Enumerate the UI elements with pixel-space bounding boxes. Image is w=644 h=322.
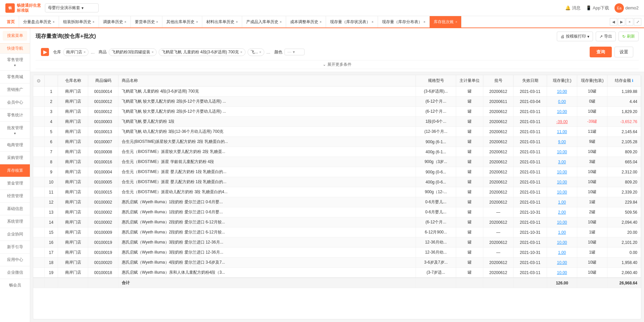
tab-kucunpicizh[interactable]: 库存批次账 ×	[430, 16, 462, 28]
sidebar-item-finance[interactable]: 资金管理	[0, 177, 30, 190]
row-batch: 20200612	[483, 187, 514, 197]
sidebar-item-collab[interactable]: 企业协同	[0, 228, 30, 240]
warehouse-more-btn[interactable]: ...	[91, 49, 95, 55]
remove-warehouse-tag[interactable]: ×	[84, 50, 86, 54]
remove-product-tag-2[interactable]: ×	[240, 50, 242, 54]
page-title-row: 现存量查询(按仓库+批次) 🖨 按模板打印 ▾ ↗ 导出 ↻ 刷新	[36, 32, 639, 41]
sidebar-item-marketing[interactable]: 营销推广	[0, 83, 30, 96]
close-icon[interactable]: ×	[53, 20, 55, 24]
close-icon[interactable]: ×	[280, 20, 282, 24]
close-icon[interactable]: ×	[236, 20, 238, 24]
sidebar-item-retail-stats[interactable]: 零售统计	[0, 109, 30, 121]
close-icon[interactable]: ×	[320, 20, 322, 24]
tab-chanpinruku[interactable]: 产成品入库单历史 ×	[242, 16, 286, 28]
search-menu-btn[interactable]: 搜索菜单	[3, 31, 27, 41]
nav-fullscreen[interactable]: ⤢	[634, 18, 641, 25]
close-icon[interactable]: ×	[124, 20, 126, 24]
row-qty-main[interactable]: 2.00	[547, 207, 577, 217]
sidebar-item-guide[interactable]: 新手引导	[0, 240, 30, 253]
close-icon[interactable]: ×	[196, 20, 198, 24]
nav-prev-arrow[interactable]: ◀	[610, 18, 617, 25]
row-qty-main[interactable]: 3.00	[547, 157, 577, 167]
sidebar-item-retail-mgmt[interactable]: 零售管理 ▼	[0, 53, 30, 70]
row-qty-main[interactable]: 10.00	[547, 107, 577, 117]
row-qty-main[interactable]: 1.00	[547, 197, 577, 207]
row-qty-main[interactable]: 10.00	[547, 217, 577, 227]
sidebar-item-member-center[interactable]: 会员中心	[0, 96, 30, 109]
col-settings-header[interactable]: ⚙	[33, 75, 45, 87]
nav-next-arrow[interactable]: ▶	[618, 18, 625, 25]
row-qty-main[interactable]: 10.00	[547, 187, 577, 197]
row-qty-main[interactable]: 1.00	[547, 227, 577, 237]
user-avatar[interactable]: Ea demo2	[614, 3, 639, 13]
app-download-btn[interactable]: 📱 App下载	[586, 5, 609, 11]
row-qty-main[interactable]: 9.00	[547, 137, 577, 147]
row-qty-pkg: 10罐	[577, 258, 607, 268]
product-filter-tag-3[interactable]: 飞... ×	[248, 48, 264, 56]
filter-expand-btn[interactable]: ▶	[41, 48, 49, 56]
row-qty-main[interactable]: 0.00	[547, 97, 577, 107]
close-icon[interactable]: ×	[156, 20, 158, 24]
tab-zuzhangchaijian[interactable]: 组装拆卸单历史 ×	[59, 16, 99, 28]
row-settings	[33, 147, 45, 157]
download-icon: 📱	[586, 5, 591, 10]
template-print-btn[interactable]: 🖨 按模板打印 ▾	[557, 32, 593, 41]
tab-fenliangpandian[interactable]: 分量盘点单历史 ×	[19, 16, 59, 28]
messages-btn[interactable]: 🔔 消息	[565, 5, 581, 11]
remove-product-tag-1[interactable]: ×	[152, 50, 154, 54]
sidebar-item-purchase[interactable]: 采购管理	[0, 151, 30, 164]
close-icon[interactable]: ×	[455, 20, 457, 24]
remove-product-tag-3[interactable]: ×	[259, 50, 261, 54]
nav-close-all[interactable]: ×	[626, 18, 633, 25]
sidebar-item-wholesale[interactable]: 批发管理 ▼	[0, 121, 30, 139]
product-filter-tag-1[interactable]: 飞鹤奶粉3段四罐提装 ×	[109, 48, 157, 56]
sidebar-item-wecom[interactable]: 企业微信	[0, 266, 30, 279]
tab-xiancunliang1[interactable]: 现存量（库存状况表） ×	[326, 16, 378, 28]
tab-home[interactable]: 首页	[3, 16, 19, 28]
tab-diaobodanls[interactable]: 调拨单历史 ×	[99, 16, 131, 28]
row-qty-main[interactable]: 10.00	[547, 177, 577, 187]
row-qty-main[interactable]: 10.00	[547, 268, 577, 278]
sidebar-item-changhui[interactable]: 畅会员	[0, 279, 30, 291]
info-icon[interactable]: ℹ	[632, 78, 633, 83]
color-filter-dropdown[interactable]: — ▾	[284, 49, 305, 55]
col-spec-header: 规格型号	[416, 75, 456, 87]
avatar: Ea	[614, 3, 624, 13]
row-qty-main[interactable]: 10.00	[547, 87, 577, 97]
export-btn[interactable]: ↗ 导出	[596, 32, 616, 41]
tab-cailiaochuku[interactable]: 材料出库单历史 ×	[202, 16, 242, 28]
row-qty-main[interactable]: 10.00	[547, 237, 577, 248]
row-qty-main[interactable]: 10.00	[547, 258, 577, 268]
warehouse-filter-tag[interactable]: 南岸门店 ×	[63, 48, 89, 56]
sidebar-item-ecommerce[interactable]: 电商管理	[0, 139, 30, 151]
sidebar-item-sys-mgmt[interactable]: 系统管理	[0, 215, 30, 228]
close-icon[interactable]: ×	[424, 20, 426, 24]
expand-more-btn[interactable]: ⌄ 展开更多条件	[323, 62, 351, 67]
sidebar-item-basic-info[interactable]: 基础信息	[0, 202, 30, 215]
close-icon[interactable]: ×	[372, 20, 374, 24]
tab-yaohuo[interactable]: 要货单历史 ×	[131, 16, 163, 28]
row-qty-main[interactable]: 1.00	[547, 248, 577, 258]
row-qty-main[interactable]: 11.00	[547, 127, 577, 137]
sidebar-item-app-center[interactable]: 应用中心	[0, 253, 30, 266]
sidebar-item-inventory[interactable]: 库存核算	[0, 164, 30, 177]
close-icon[interactable]: ×	[93, 20, 95, 24]
tab-qitachuku[interactable]: 其他出库单历史 ×	[162, 16, 202, 28]
sidebar-item-retail-mall[interactable]: 零售商城	[0, 70, 30, 83]
refresh-btn[interactable]: ↻ 刷新	[619, 32, 639, 41]
product-filter-tag-2[interactable]: 飞鹤星飞帆 儿童奶粉 4段(3-6岁适用) 700克 ×	[159, 48, 245, 56]
row-qty-main[interactable]: 10.00	[547, 147, 577, 157]
row-code: 00100016	[88, 157, 118, 167]
query-btn[interactable]: 查询	[590, 47, 612, 57]
org-selector[interactable]: 母婴行业演示账套 ▾	[45, 3, 99, 12]
row-qty-main[interactable]: -39.00	[547, 117, 577, 127]
row-qty-main[interactable]: 10.00	[547, 167, 577, 177]
tab-chenbenzhengdan[interactable]: 成本调整单历史 ×	[286, 16, 326, 28]
quick-nav-btn[interactable]: 快捷导航	[0, 43, 30, 53]
settings-btn[interactable]: 设置	[614, 47, 633, 57]
product-more-btn[interactable]: ...	[266, 49, 270, 55]
row-amount: 2,312.00	[607, 167, 641, 177]
row-warehouse: 南岸门店	[58, 217, 88, 227]
sidebar-item-operations[interactable]: 经营管理	[0, 190, 30, 202]
tab-xiancunliang2[interactable]: 现存量（库存分布表） ×	[378, 16, 430, 28]
